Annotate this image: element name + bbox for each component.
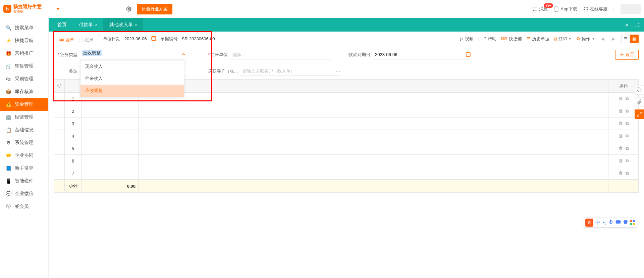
more-icon[interactable]: ⋯	[336, 69, 340, 74]
tab-1[interactable]: 付款单×	[73, 18, 103, 32]
copy-row-icon[interactable]: ⧉	[626, 108, 629, 113]
sidebar-label: 搜索菜单	[15, 25, 34, 31]
counterparty-input[interactable]	[230, 50, 331, 59]
form-settings-button[interactable]: 设置	[615, 50, 639, 60]
sidebar-item-7[interactable]: 🏢经营管理	[0, 111, 48, 124]
shortcut-link[interactable]: ⌨快捷键	[501, 36, 522, 42]
copy-row-icon[interactable]: ⧉	[626, 158, 629, 163]
sidebar-item-2[interactable]: 🎁营销推广	[0, 47, 48, 60]
sidebar-item-9[interactable]: ⚙系统管理	[0, 136, 48, 149]
sidebar-icon: 📱	[5, 178, 11, 184]
table-row[interactable]: 2🗑⧉	[54, 105, 639, 118]
ime-skin-icon[interactable]	[623, 219, 628, 226]
dropdown-option[interactable]: 现金收入	[80, 60, 184, 73]
sidebar-item-11[interactable]: 📘新手引导	[0, 162, 48, 175]
delete-row-icon[interactable]: 🗑	[619, 158, 623, 163]
delete-row-icon[interactable]: 🗑	[619, 146, 623, 151]
expand-icon[interactable]	[635, 109, 644, 119]
history-link[interactable]: ☰历史单据	[527, 36, 549, 42]
sidebar-item-1[interactable]: ⚡快捷导航	[0, 34, 48, 47]
sidebar-label: 营销推广	[15, 50, 34, 56]
user-avatar[interactable]	[621, 4, 641, 14]
svg-rect-7	[466, 52, 470, 56]
operate-link[interactable]: ⚙操作▼	[576, 36, 595, 42]
sidebar-item-0[interactable]: 🔍搜索菜单	[0, 21, 48, 34]
table-config-icon[interactable]	[54, 80, 65, 93]
calendar-icon[interactable]	[466, 52, 471, 58]
video-link[interactable]: ▷视频	[460, 36, 474, 42]
delete-row-icon[interactable]: 🗑	[619, 121, 623, 126]
table-row[interactable]: 3🗑⧉	[54, 118, 639, 130]
table-row[interactable]: 7🗑⧉	[54, 167, 639, 180]
next-bill-icon[interactable]: ▶	[610, 36, 616, 41]
svg-line-14	[640, 112, 641, 114]
sidebar-label: 资金管理	[15, 101, 34, 107]
sidebar-item-10[interactable]: 🤝企业协同	[0, 149, 48, 162]
sidebar-item-12[interactable]: 📱智能硬件	[0, 175, 48, 187]
copy-row-icon[interactable]: ⧉	[626, 121, 629, 126]
settings-gear-icon[interactable]	[124, 4, 133, 14]
tag-icon[interactable]	[635, 85, 644, 95]
copy-row-icon[interactable]: ⧉	[626, 146, 629, 151]
table-row[interactable]: 5🗑⧉	[54, 142, 639, 155]
delete-row-icon[interactable]: 🗑	[619, 96, 623, 101]
copy-row-icon[interactable]: ⧉	[626, 171, 629, 176]
ime-punct-icon[interactable]: •,	[603, 220, 606, 226]
logo-icon: b	[3, 5, 11, 13]
ime-mic-icon[interactable]	[608, 219, 613, 226]
red-bill-radio[interactable]: 红单	[79, 37, 94, 43]
close-tab-icon[interactable]: ✕	[623, 21, 631, 29]
more-icon[interactable]: ⋯	[326, 52, 330, 57]
attachment-icon[interactable]	[635, 97, 644, 107]
delete-row-icon[interactable]: 🗑	[619, 133, 623, 138]
bill-date-value[interactable]: 2023-06-06	[124, 36, 147, 41]
sidebar-item-5[interactable]: 📦库存核算	[0, 85, 48, 98]
biz-type-field: *业务类型 应收调整 现金收入往来收入应收调整	[54, 50, 187, 59]
biz-type-select[interactable]: 应收调整	[80, 50, 187, 59]
fullscreen-icon[interactable]: ⛶	[633, 21, 641, 29]
view-detail-icon[interactable]: ▦	[630, 35, 639, 43]
sidebar-item-4[interactable]: 🛍采购管理	[0, 73, 48, 85]
prev-bill-icon[interactable]: ◀	[600, 36, 606, 41]
receipt-date-input[interactable]	[373, 50, 470, 59]
online-service-link[interactable]: 在线客服	[583, 6, 607, 12]
sidebar-item-3[interactable]: 🛒销售管理	[0, 60, 48, 73]
sidebar-label: 企业协同	[15, 152, 34, 158]
dropdown-option[interactable]: 往来收入	[80, 73, 184, 85]
sidebar-label: 快捷导航	[15, 38, 34, 44]
sidebar-item-6[interactable]: 💰资金管理	[0, 98, 48, 111]
print-link[interactable]: ⎙打印▼	[554, 36, 572, 42]
tab-2[interactable]: 其他收入单×	[103, 18, 143, 32]
sidebar-icon: 📦	[5, 89, 11, 95]
svg-point-12	[59, 85, 60, 86]
help-link[interactable]: ?帮助	[484, 36, 496, 42]
tab-0[interactable]: 首页	[51, 18, 73, 32]
sidebar-item-13[interactable]: 💬企业微信	[0, 187, 48, 200]
sidebar-icon: 🏢	[5, 114, 11, 120]
ime-keyboard-icon[interactable]	[615, 219, 621, 226]
experience-button[interactable]: 体验行业方案	[137, 4, 172, 14]
ime-toolbar[interactable]: S 中 •,	[583, 218, 637, 228]
sidebar-label: 采购管理	[15, 76, 34, 82]
close-icon[interactable]: ×	[95, 22, 97, 27]
company-selector[interactable]	[50, 4, 124, 14]
blue-bill-radio[interactable]: 蓝单	[59, 37, 74, 43]
sidebar-item-14[interactable]: Ⓥ畅会员	[0, 200, 48, 213]
related-customer-input[interactable]	[240, 66, 341, 76]
sidebar-item-8[interactable]: 📋基础信息	[0, 124, 48, 136]
copy-row-icon[interactable]: ⧉	[626, 96, 629, 101]
close-icon[interactable]: ×	[135, 22, 137, 27]
calendar-icon[interactable]	[151, 36, 156, 42]
table-row[interactable]: 6🗑⧉	[54, 155, 639, 167]
ime-lang[interactable]: 中	[595, 219, 601, 226]
col-blank	[139, 80, 608, 93]
delete-row-icon[interactable]: 🗑	[619, 171, 623, 176]
view-list-icon[interactable]: ☰	[621, 35, 630, 43]
copy-row-icon[interactable]: ⧉	[626, 133, 629, 138]
messages-link[interactable]: 消息 99+	[532, 6, 548, 12]
delete-row-icon[interactable]: 🗑	[619, 108, 623, 113]
table-row[interactable]: 4🗑⧉	[54, 130, 639, 142]
ime-toolbox-icon[interactable]	[630, 220, 635, 225]
app-download-link[interactable]: App下载	[554, 6, 577, 12]
dropdown-option[interactable]: 应收调整	[80, 85, 184, 97]
